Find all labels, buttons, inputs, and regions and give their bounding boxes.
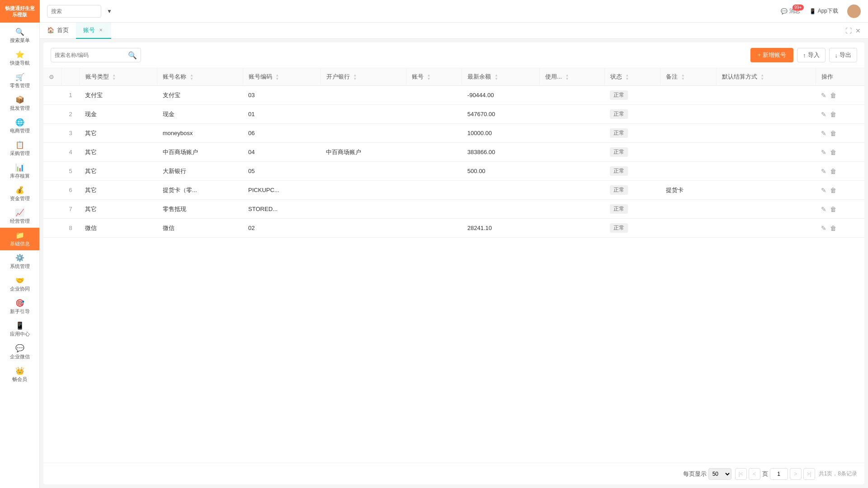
tab-account-label: 账号 <box>83 26 95 34</box>
td-account-no-5 <box>406 181 462 200</box>
tab-account-close[interactable]: ✕ <box>98 27 104 33</box>
sidebar-label-enterprise-agreement: 企业协同 <box>10 286 30 292</box>
td-default-settlement-1 <box>716 105 816 124</box>
topbar-search-input[interactable] <box>47 5 101 18</box>
topbar-dropdown[interactable]: ▼ <box>107 8 112 14</box>
td-settings-7 <box>43 219 61 238</box>
th-bank[interactable]: 开户银行 ▲▼ <box>321 68 406 86</box>
sidebar-label-search-menu: 搜索菜单 <box>10 37 30 44</box>
th-default-settlement[interactable]: 默认结算方式 ▲▼ <box>716 68 816 86</box>
sidebar-item-enterprise-wechat[interactable]: 💬企业微信 <box>0 341 39 363</box>
edit-icon-3[interactable]: ✎ <box>821 149 826 156</box>
th-account-code[interactable]: 账号编码 ▲▼ <box>243 68 321 86</box>
td-latest-balance-4: 500.00 <box>462 162 540 181</box>
td-account-type-1: 现金 <box>80 105 157 124</box>
sidebar-item-fund-mgmt[interactable]: 💰资金管理 <box>0 183 39 205</box>
td-latest-balance-1: 547670.00 <box>462 105 540 124</box>
edit-icon-1[interactable]: ✎ <box>821 111 826 118</box>
td-settings-0 <box>43 86 61 105</box>
app-logo: 畅捷通好生意 乐橙版 <box>0 0 40 23</box>
pagination: 每页显示 50 20 100 |< < 页 > >| 共1页，8条记录 <box>43 463 864 484</box>
edit-icon-2[interactable]: ✎ <box>821 130 826 137</box>
app-download-button[interactable]: 📱 App下载 <box>809 7 838 15</box>
sidebar-item-wholesale-mgmt[interactable]: 📦批发管理 <box>0 92 39 115</box>
next-page-button[interactable]: > <box>790 468 802 480</box>
td-default-settlement-2 <box>716 124 816 143</box>
prev-page-button[interactable]: < <box>749 468 760 480</box>
delete-icon-0[interactable]: 🗑 <box>830 92 836 99</box>
sidebar-item-app-center[interactable]: 📱应用中心 <box>0 318 39 341</box>
sidebar-item-purchase-mgmt[interactable]: 📋采购管理 <box>0 137 39 160</box>
export-button[interactable]: ↓ 导出 <box>829 48 858 62</box>
th-status[interactable]: 状态 ▲▼ <box>604 68 660 86</box>
td-account-code-7: 02 <box>243 219 321 238</box>
edit-icon-0[interactable]: ✎ <box>821 92 826 99</box>
sidebar-item-newbie-guide[interactable]: 🎯新手引导 <box>0 296 39 318</box>
td-num-5: 6 <box>61 181 80 200</box>
table-row: 4 其它 中百商场账户 04 中百商场账户 383866.00 正常 ✎ 🗑 <box>43 143 864 162</box>
sidebar-item-quick-nav[interactable]: ⭐快捷导航 <box>0 47 39 70</box>
search-icon[interactable]: 🔍 <box>128 51 137 60</box>
sidebar-item-search-menu[interactable]: 🔍搜索菜单 <box>0 24 39 47</box>
sidebar-icon-enterprise-agreement: 🤝 <box>15 276 24 285</box>
th-latest-balance[interactable]: 最新余额 ▲▼ <box>462 68 540 86</box>
th-account-no[interactable]: 账号 ▲▼ <box>406 68 462 86</box>
edit-icon-6[interactable]: ✎ <box>821 206 826 213</box>
page-number-input[interactable] <box>770 468 788 480</box>
delete-icon-6[interactable]: 🗑 <box>830 206 836 213</box>
fullscreen-icon[interactable]: ⛶ <box>845 27 852 34</box>
sidebar-item-ecommerce-mgmt[interactable]: 🌐电商管理 <box>0 115 39 137</box>
delete-icon-4[interactable]: 🗑 <box>830 168 836 175</box>
last-page-button[interactable]: >| <box>803 468 815 480</box>
import-button[interactable]: ↑ 导入 <box>797 48 826 62</box>
th-usage[interactable]: 使用... ▲▼ <box>540 68 605 86</box>
td-action-0: ✎ 🗑 <box>816 86 864 105</box>
sidebar-item-member[interactable]: 👑畅会员 <box>0 363 39 386</box>
th-account-type[interactable]: 账号类型 ▲▼ <box>80 68 157 86</box>
avatar[interactable] <box>847 5 861 18</box>
sidebar-icon-operations: 📈 <box>15 208 24 217</box>
add-account-button[interactable]: + 新增账号 <box>750 48 793 62</box>
th-remark[interactable]: 备注 ▲▼ <box>660 68 717 86</box>
table-wrapper: ⚙ 账号类型 ▲▼ 账号名称 ▲▼ 账号编码 ▲▼ 开户银行 ▲▼ 账号 ▲▼ … <box>43 68 864 463</box>
td-default-settlement-3 <box>716 143 816 162</box>
message-button[interactable]: 💬 消息 99+ <box>781 7 800 15</box>
sidebar-item-system-mgmt[interactable]: ⚙️系统管理 <box>0 250 39 273</box>
delete-icon-7[interactable]: 🗑 <box>830 225 836 232</box>
tab-home[interactable]: 🏠 首页 <box>40 23 76 39</box>
sidebar-item-basic-info[interactable]: 📁基础信息 <box>0 228 39 250</box>
sidebar-label-newbie-guide: 新手引导 <box>10 308 30 315</box>
edit-icon-5[interactable]: ✎ <box>821 187 826 194</box>
tab-expand: ⛶ ✕ <box>845 27 868 34</box>
delete-icon-3[interactable]: 🗑 <box>830 149 836 156</box>
td-bank-5 <box>321 181 406 200</box>
column-settings-icon[interactable]: ⚙ <box>49 74 54 80</box>
td-settings-2 <box>43 124 61 143</box>
delete-icon-5[interactable]: 🗑 <box>830 187 836 194</box>
delete-icon-1[interactable]: 🗑 <box>830 111 836 118</box>
sidebar-item-retail-mgmt[interactable]: 🛒零售管理 <box>0 70 39 92</box>
td-account-type-4: 其它 <box>80 162 157 181</box>
th-account-name[interactable]: 账号名称 ▲▼ <box>157 68 243 86</box>
app-logo-text: 畅捷通好生意 乐橙版 <box>5 5 35 18</box>
td-account-code-5: PICKUPC... <box>243 181 321 200</box>
sidebar-item-operations[interactable]: 📈经营管理 <box>0 205 39 228</box>
tab-account[interactable]: 账号 ✕ <box>76 23 111 39</box>
sidebar-item-inventory[interactable]: 📊库存核算 <box>0 160 39 183</box>
sidebar-label-basic-info: 基础信息 <box>10 240 30 247</box>
page-size-select[interactable]: 50 20 100 <box>708 468 731 480</box>
sidebar-item-enterprise-agreement[interactable]: 🤝企业协同 <box>0 273 39 296</box>
delete-icon-2[interactable]: 🗑 <box>830 130 836 137</box>
sidebar-icon-search-menu: 🔍 <box>15 28 24 36</box>
close-tab-icon[interactable]: ✕ <box>855 27 861 34</box>
search-input[interactable] <box>55 52 128 58</box>
edit-icon-4[interactable]: ✎ <box>821 168 826 175</box>
td-account-no-2 <box>406 124 462 143</box>
edit-icon-7[interactable]: ✎ <box>821 225 826 232</box>
td-bank-0 <box>321 86 406 105</box>
td-latest-balance-3: 383866.00 <box>462 143 540 162</box>
toolbar-left: 🔍 <box>51 48 141 62</box>
first-page-button[interactable]: |< <box>735 468 747 480</box>
sidebar-label-enterprise-wechat: 企业微信 <box>10 353 30 360</box>
td-action-4: ✎ 🗑 <box>816 162 864 181</box>
